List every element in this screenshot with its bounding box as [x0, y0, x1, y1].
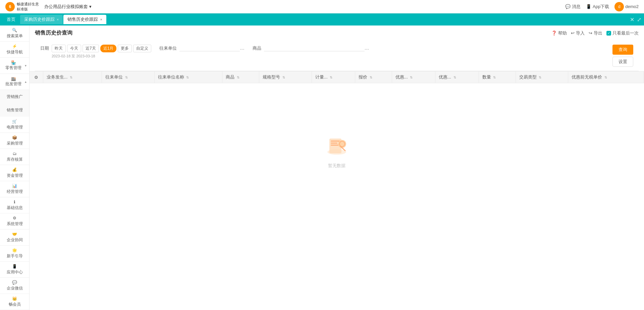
sidebar-item-purchase[interactable]: 📦 采购管理 — [0, 133, 29, 149]
help-btn[interactable]: ❓ 帮助 — [551, 30, 567, 36]
page-title: 销售历史价查询 — [35, 30, 72, 37]
import-btn[interactable]: ↩ 导入 — [571, 30, 585, 36]
partner-dots-btn[interactable]: ... — [240, 45, 244, 51]
main-layout: 🔍 搜索菜单 ⚡ 快捷导航 🏪 零售管理 ▾ 🏬 批发管理 ▴ 营销推广 销售管… — [0, 25, 644, 310]
sidebar-item-app-center[interactable]: 📱 应用中心 — [0, 262, 29, 278]
table-header-row: ⚙ 业务发生... ⇅ 往来单位 ⇅ 往来单位名称 ⇅ — [30, 71, 644, 83]
query-button[interactable]: 查询 — [612, 45, 633, 55]
sidebar-item-finance[interactable]: 💰 资金管理 — [0, 165, 29, 181]
newbie-icon: 🌟 — [12, 248, 17, 253]
import-icon: ↩ — [571, 31, 575, 36]
sidebar-item-retail[interactable]: 🏪 零售管理 ▾ — [0, 58, 29, 74]
col-discount1[interactable]: 优惠... ⇅ — [392, 71, 435, 83]
partner-input[interactable] — [179, 45, 240, 51]
quick-nav-icon: ⚡ — [12, 44, 17, 49]
sidebar-item-quick-nav[interactable]: ⚡ 快捷导航 — [0, 42, 29, 58]
date-btn-7days[interactable]: 近7天 — [83, 45, 99, 52]
tab-maximize-btn[interactable]: ⤢ — [637, 16, 641, 23]
sidebar-item-marketing[interactable]: 营销推广 — [0, 90, 29, 103]
sidebar-item-member[interactable]: 👑 畅会员 — [0, 294, 29, 310]
col-partner-name[interactable]: 往来单位名称 ⇅ — [154, 71, 222, 83]
settings-button[interactable]: 设置 — [612, 57, 633, 67]
partner-filter-label: 往来单位 — [159, 45, 177, 51]
user-profile[interactable]: d demo2 — [614, 2, 639, 11]
sidebar-item-basic-info[interactable]: ℹ 基础信息 — [0, 197, 29, 213]
sidebar-item-enterprise-wechat[interactable]: 💬 企业微信 — [0, 278, 29, 294]
wholesale-arrow-icon: ▴ — [25, 80, 26, 84]
account-selector[interactable]: 办公用品行业模拟账套 ▾ — [42, 2, 94, 11]
goods-filter-label: 商品 — [253, 45, 261, 51]
sidebar-item-system[interactable]: ⚙ 系统管理 — [0, 213, 29, 229]
purchase-icon: 📦 — [12, 135, 17, 140]
sidebar-item-sales-mgmt[interactable]: 销售管理 — [0, 103, 29, 117]
retail-icon: 🏪 — [11, 60, 16, 65]
date-buttons: 昨天 今天 近7天 近1月 更多 自定义 — [52, 45, 151, 52]
export-icon: ↪ — [589, 31, 592, 36]
only-last-checkbox-area[interactable]: ✓ 只看最后一次 — [606, 30, 639, 36]
date-btn-yesterday[interactable]: 昨天 — [52, 45, 66, 52]
col-trade-type[interactable]: 交易类型 ⇅ — [516, 71, 568, 83]
date-btn-more[interactable]: 更多 — [118, 45, 132, 52]
top-bar: 6 畅捷通好生意 标准版 办公用品行业模拟账套 ▾ 💬 消息 📱 App下载 d… — [0, 0, 644, 13]
sidebar-item-inventory[interactable]: 🗂 库存核算 — [0, 149, 29, 165]
col-quote[interactable]: 报价 ⇅ — [355, 71, 392, 83]
sort-biz-date-icon: ⇅ — [70, 75, 72, 79]
member-icon: 👑 — [12, 296, 17, 301]
logo-text: 畅捷通好生意 标准版 — [17, 2, 39, 11]
empty-state-icon — [323, 132, 350, 159]
table-container: ⚙ 业务发生... ⇅ 往来单位 ⇅ 往来单位名称 ⇅ — [30, 71, 644, 310]
page-actions: ❓ 帮助 ↩ 导入 ↪ 导出 ✓ 只看最后一次 — [551, 30, 639, 36]
sidebar-item-operation[interactable]: 📊 经营管理 — [0, 181, 29, 197]
date-btn-today[interactable]: 今天 — [67, 45, 81, 52]
col-discount2[interactable]: 优惠... ⇅ — [435, 71, 479, 83]
sort-spec-icon: ⇅ — [282, 75, 285, 79]
col-goods[interactable]: 商品 ⇅ — [222, 71, 259, 83]
sort-quantity-icon: ⇅ — [493, 75, 496, 79]
only-last-checkbox[interactable]: ✓ — [606, 31, 611, 36]
enterprise-wechat-icon: 💬 — [12, 280, 17, 285]
export-btn[interactable]: ↪ 导出 — [589, 30, 602, 36]
col-settings[interactable]: ⚙ — [30, 71, 43, 83]
tab-home[interactable]: 首页 — [3, 15, 19, 24]
sidebar-item-search[interactable]: 🔍 搜索菜单 — [0, 25, 29, 42]
goods-input[interactable] — [264, 45, 365, 51]
col-unit[interactable]: 计量... ⇅ — [312, 71, 355, 83]
operation-icon: 📊 — [12, 184, 17, 188]
sort-pre-tax-price-icon: ⇅ — [604, 75, 607, 79]
message-action[interactable]: 💬 消息 — [565, 4, 581, 10]
logo-icon: 6 — [5, 2, 15, 11]
col-quantity[interactable]: 数量 ⇅ — [479, 71, 516, 83]
col-partner-code[interactable]: 往来单位 ⇅ — [102, 71, 154, 83]
date-btn-custom[interactable]: 自定义 — [133, 45, 151, 52]
sidebar-item-ecommerce[interactable]: 🛒 电商管理 — [0, 117, 29, 133]
sidebar-item-newbie[interactable]: 🌟 新手引导 — [0, 246, 29, 262]
app-download-icon: 📱 — [586, 4, 591, 9]
tab-purchase-history[interactable]: 采购历史价跟踪 × — [20, 15, 63, 24]
sort-quote-icon: ⇅ — [370, 75, 372, 79]
date-filter-label: 日期 — [40, 45, 49, 51]
sort-discount1-icon: ⇅ — [410, 75, 413, 79]
logo-area: 6 畅捷通好生意 标准版 — [5, 2, 39, 11]
col-pre-tax-price[interactable]: 优惠前无税单价 ⇅ — [568, 71, 644, 83]
col-biz-date[interactable]: 业务发生... ⇅ — [43, 71, 102, 83]
sort-trade-type-icon: ⇅ — [539, 75, 541, 79]
partner-filter-group: 往来单位 ... — [159, 45, 244, 51]
tab-sales-history[interactable]: 销售历史价跟踪 × — [63, 15, 106, 24]
enterprise-coop-icon: 🤝 — [12, 232, 17, 237]
data-table: ⚙ 业务发生... ⇅ 往来单位 ⇅ 往来单位名称 ⇅ — [30, 71, 644, 83]
tab-close-all-btn[interactable]: ✕ — [630, 16, 634, 23]
inventory-icon: 🗂 — [13, 151, 17, 156]
tab-sales-history-close[interactable]: × — [100, 17, 102, 21]
app-download-action[interactable]: 📱 App下载 — [586, 4, 609, 10]
sidebar-item-wholesale[interactable]: 🏬 批发管理 ▴ — [0, 74, 29, 90]
content-area: 销售历史价查询 ❓ 帮助 ↩ 导入 ↪ 导出 ✓ — [30, 25, 644, 310]
retail-arrow-icon: ▾ — [25, 64, 26, 67]
sidebar-item-enterprise-coop[interactable]: 🤝 企业协同 — [0, 229, 29, 246]
goods-dots-btn[interactable]: ... — [365, 45, 369, 51]
message-icon: 💬 — [565, 4, 571, 9]
tab-purchase-history-close[interactable]: × — [57, 17, 59, 21]
col-spec[interactable]: 规格型号 ⇅ — [259, 71, 312, 83]
date-filter-group: 日期 昨天 今天 近7天 近1月 更多 自定义 2023-02-18 至 202… — [40, 45, 151, 59]
date-btn-1month[interactable]: 近1月 — [100, 45, 117, 52]
dropdown-arrow-icon: ▾ — [89, 4, 92, 9]
